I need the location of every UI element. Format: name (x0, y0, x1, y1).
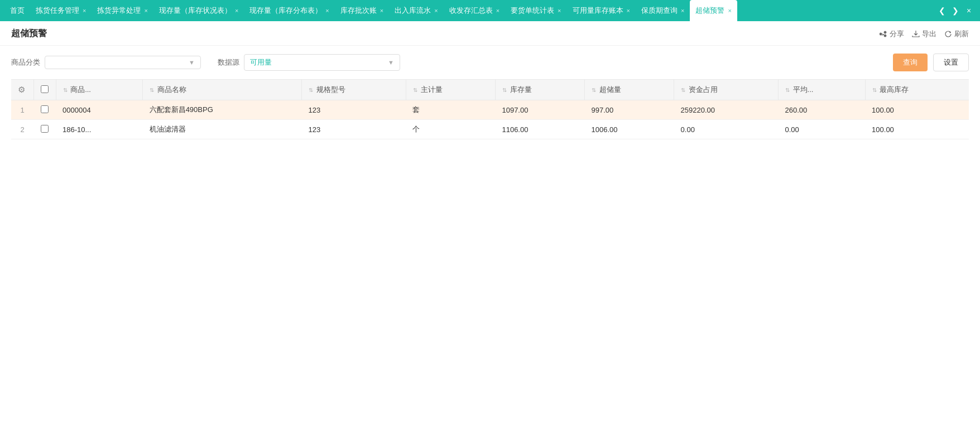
nav-quality-period[interactable]: 保质期查询 × (636, 0, 690, 21)
row-unit: 套 (406, 100, 495, 120)
query-button[interactable]: 查询 (893, 54, 928, 71)
row-max-stock: 100.00 (865, 120, 969, 139)
filter-bar: 商品分类 ▼ 数据源 可用量 ▼ 查询 设置 (0, 46, 980, 79)
nav-inventory-distribution[interactable]: 现存量（库存分布表） × (244, 0, 334, 21)
datasource-filter: 数据源 可用量 ▼ (218, 54, 400, 71)
nav-abnormal-handling[interactable]: 拣货异常处理 × (92, 0, 153, 21)
sort-icon: ⇅ (502, 87, 507, 93)
filter-buttons: 查询 设置 (893, 54, 969, 71)
close-icon[interactable]: × (83, 7, 86, 14)
close-icon[interactable]: × (380, 7, 383, 14)
datasource-select[interactable]: 可用量 ▼ (244, 54, 400, 71)
table-body: 1 0000004 六配套新昌490BPG 123 套 1097.00 997.… (11, 100, 969, 139)
nav-prev-button[interactable]: ❮ (935, 0, 949, 21)
sort-icon: ⇅ (872, 87, 877, 93)
refresh-icon (944, 30, 952, 38)
row-overstock: 1006.00 (585, 120, 674, 139)
sort-icon: ⇅ (681, 87, 685, 93)
sort-icon: ⇅ (785, 87, 790, 93)
refresh-button[interactable]: 刷新 (944, 29, 969, 39)
settings-button[interactable]: 设置 (933, 54, 969, 71)
nav-batch-account[interactable]: 库存批次账 × (335, 0, 389, 21)
sort-icon: ⇅ (309, 87, 313, 93)
datasource-value: 可用量 (250, 57, 272, 67)
datasource-label: 数据源 (218, 57, 239, 67)
row-name: 六配套新昌490BPG (143, 100, 302, 120)
col-overstock[interactable]: ⇅ 超储量 (585, 80, 674, 100)
col-unit[interactable]: ⇅ 主计量 (406, 80, 495, 100)
close-icon[interactable]: × (325, 7, 329, 14)
close-icon[interactable]: × (144, 7, 147, 14)
row-max-stock: 100.00 (865, 100, 969, 120)
row-stock: 1097.00 (495, 100, 584, 120)
sort-icon: ⇅ (592, 87, 596, 93)
col-spec[interactable]: ⇅ 规格型号 (302, 80, 406, 100)
sort-icon: ⇅ (150, 87, 154, 93)
table-row[interactable]: 2 186-10... 机油滤清器 123 个 1106.00 1006.00 … (11, 120, 969, 139)
row-checkbox[interactable] (41, 105, 49, 113)
row-spec: 123 (302, 120, 406, 139)
overstock-table: ⚙ ⇅ 商品... ⇅ 商品名称 ⇅ 规格型号 ⇅ (11, 79, 969, 139)
row-capital: 0.00 (674, 120, 779, 139)
page-header: 超储预警 分享 导出 刷新 (0, 21, 980, 46)
export-button[interactable]: 导出 (912, 29, 936, 39)
share-button[interactable]: 分享 (880, 29, 904, 39)
row-number: 1 (11, 100, 33, 120)
row-spec: 123 (302, 100, 406, 120)
row-code: 186-10... (56, 120, 143, 139)
table-row[interactable]: 1 0000004 六配套新昌490BPG 123 套 1097.00 997.… (11, 100, 969, 120)
row-capital: 259220.00 (674, 100, 779, 120)
col-name[interactable]: ⇅ 商品名称 (143, 80, 302, 100)
col-capital[interactable]: ⇅ 资金占用 (674, 80, 779, 100)
row-stock: 1106.00 (495, 120, 584, 139)
col-code[interactable]: ⇅ 商品... (56, 80, 143, 100)
nav-requisition-stats[interactable]: 要货单统计表 × (505, 0, 566, 21)
row-checkbox-cell[interactable] (33, 100, 56, 120)
row-overstock: 997.00 (585, 100, 674, 120)
row-number: 2 (11, 120, 33, 139)
close-icon[interactable]: × (558, 7, 561, 14)
nav-next-button[interactable]: ❯ (949, 0, 962, 21)
header-actions: 分享 导出 刷新 (880, 29, 969, 39)
nav-available-account[interactable]: 可用量库存账本 × (567, 0, 636, 21)
page-title: 超储预警 (11, 28, 47, 40)
nav-overstock-warning[interactable]: 超储预警 × (690, 0, 737, 21)
row-avg-price: 260.00 (778, 100, 865, 120)
nav-task-management[interactable]: 拣货任务管理 × (30, 0, 92, 21)
nav-inventory-status[interactable]: 现存量（库存状况表） × (153, 0, 244, 21)
close-icon[interactable]: × (681, 7, 684, 14)
close-icon[interactable]: × (496, 7, 499, 14)
category-label: 商品分类 (11, 57, 40, 67)
table-header-row: ⚙ ⇅ 商品... ⇅ 商品名称 ⇅ 规格型号 ⇅ (11, 80, 969, 100)
chevron-down-icon: ▼ (189, 59, 195, 66)
row-checkbox-cell[interactable] (33, 120, 56, 139)
top-navigation: 首页 拣货任务管理 × 拣货异常处理 × 现存量（库存状况表） × 现存量（库存… (0, 0, 980, 21)
nav-collection-summary[interactable]: 收发存汇总表 × (444, 0, 505, 21)
close-icon[interactable]: × (235, 7, 238, 14)
nav-inout-flow[interactable]: 出入库流水 × (389, 0, 443, 21)
share-icon (880, 30, 887, 38)
settings-icon[interactable]: ⚙ (18, 85, 25, 94)
nav-arrows: ❮ ❯ × (935, 0, 976, 21)
table-container: ⚙ ⇅ 商品... ⇅ 商品名称 ⇅ 规格型号 ⇅ (0, 79, 980, 139)
nav-more-button[interactable]: × (962, 0, 976, 21)
select-all-checkbox[interactable] (41, 85, 49, 93)
sort-icon: ⇅ (413, 87, 417, 93)
nav-home[interactable]: 首页 (4, 0, 30, 21)
chevron-down-icon: ▼ (388, 59, 394, 66)
row-unit: 个 (406, 120, 495, 139)
close-icon[interactable]: × (627, 7, 630, 14)
row-name: 机油滤清器 (143, 120, 302, 139)
col-max[interactable]: ⇅ 最高库存 (865, 80, 969, 100)
close-icon[interactable]: × (434, 7, 438, 14)
row-checkbox[interactable] (41, 125, 49, 133)
gear-header[interactable]: ⚙ (11, 80, 33, 100)
col-avg[interactable]: ⇅ 平均... (778, 80, 865, 100)
close-icon[interactable]: × (728, 7, 731, 14)
checkbox-header[interactable] (33, 80, 56, 100)
export-icon (912, 30, 920, 38)
row-avg-price: 0.00 (778, 120, 865, 139)
col-stock[interactable]: ⇅ 库存量 (495, 80, 584, 100)
category-filter: 商品分类 ▼ (11, 56, 201, 69)
category-select[interactable]: ▼ (45, 56, 201, 69)
